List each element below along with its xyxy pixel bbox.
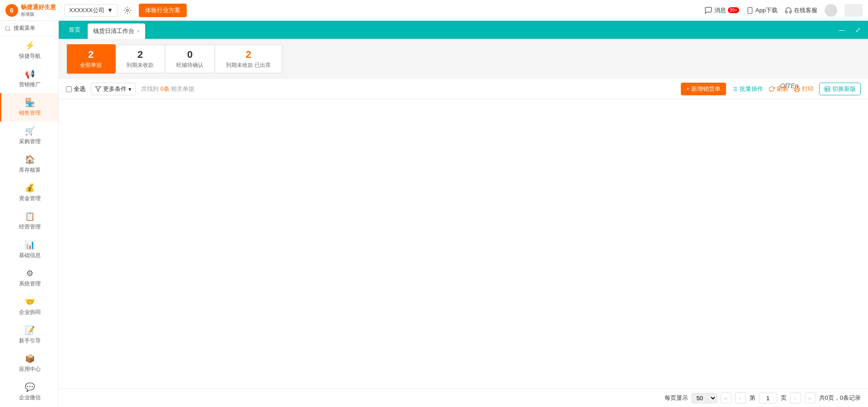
stat-overdue-num: 2 [137,49,143,61]
sidebar-label-finance: 资金管理 [19,195,41,202]
sidebar-label-cooperation: 企业协同 [19,309,41,316]
sidebar-label-basic-info: 基础信息 [19,252,41,259]
sidebar-item-app-center[interactable]: 📦 应用中心 [0,349,58,378]
svg-marker-5 [95,87,101,92]
toolbar-right: + 新增销货单 批量操作 刷新 [681,83,861,95]
avatar[interactable] [825,4,837,17]
sidebar-label-guide: 新手引导 [19,337,41,345]
switch-label: 切换新版 [832,85,856,93]
svg-line-4 [9,29,10,31]
search-menu-label: 搜索菜单 [14,24,35,32]
stat-all[interactable]: 2 全部单据 [66,44,116,74]
sidebar-item-basic-info[interactable]: 📊 基础信息 [0,235,58,264]
tab-expand-button[interactable]: ⤢ [852,23,864,36]
stat-all-label: 全部单据 [80,61,102,69]
tab-close-button[interactable]: × [137,28,140,34]
sidebar-item-operation[interactable]: 📋 经营管理 [0,207,58,235]
next-page-button[interactable]: › [790,393,801,403]
sidebar-item-finance[interactable]: 💰 资金管理 [0,178,58,207]
last-page-button[interactable]: » [805,393,816,403]
stat-overdue-out-label: 到期未收款 已出库 [226,61,271,69]
quick-nav-icon: ⚡ [25,41,35,51]
sidebar-label-purchase: 采购管理 [19,138,41,145]
sidebar-item-cooperation[interactable]: 🤝 企业协同 [0,292,58,321]
tab-bar: 首页 钱货日清工作台 × — ⤢ [59,21,868,39]
filter-label: 更多条件 [103,85,127,93]
first-page-button[interactable]: « [721,393,731,403]
tab-workbench[interactable]: 钱货日清工作台 × [88,23,145,39]
batch-operation-button[interactable]: 批量操作 [731,85,763,93]
message-button[interactable]: 消息 99+ [704,6,739,14]
select-all-label: 全选 [74,85,85,93]
select-all-checkbox[interactable]: 全选 [66,85,85,93]
per-page-label: 每页显示 [665,394,688,402]
sidebar-item-inventory[interactable]: 🏠 库存核算 [0,150,58,178]
operation-icon: 📋 [25,211,35,221]
user-name[interactable] [844,4,863,17]
stat-overdue-label: 到期未收款 [127,61,154,69]
experience-button[interactable]: 体验行业方案 [139,4,187,17]
prev-page-button[interactable]: ‹ [735,393,746,403]
wechat-icon: 💬 [25,382,35,392]
page-number-input[interactable] [759,393,777,403]
app-version: 标准版 [21,11,56,18]
settings-button[interactable] [121,4,134,17]
stat-wangpu[interactable]: 0 旺辅待确认 [165,44,215,74]
cooperation-icon: 🤝 [25,297,35,307]
stat-overdue[interactable]: 2 到期未收款 [116,44,165,74]
often-badge: OfTEn [780,82,798,89]
table-area [59,99,868,388]
svg-point-3 [5,26,9,30]
empty-area [59,99,868,388]
stat-wangpu-label: 旺辅待确认 [176,61,203,69]
online-service-button[interactable]: 在线客服 [785,6,817,14]
pagination: 每页显示 50 100 200 « ‹ 第 页 › » 共0页，0条记录 [59,388,868,407]
sidebar-item-wechat[interactable]: 💬 企业微信 [0,378,58,406]
company-dropdown-icon: ▼ [107,7,113,14]
found-count: 0条 [160,85,170,92]
sidebar-label-operation: 经营管理 [19,223,41,231]
svg-rect-13 [825,87,830,92]
sidebar-label-sales: 销售管理 [19,109,41,117]
sidebar: 搜索菜单 ⚡ 快捷导航 📢 营销推广 🏪 销售管理 🛒 采购管理 🏠 库存核算 … [0,21,59,407]
logo-area: 6 畅捷通好生意 标准版 [5,3,64,18]
sidebar-search[interactable]: 搜索菜单 [0,21,58,36]
print-label: 打印 [802,85,814,93]
stat-overdue-out-num: 2 [246,49,251,61]
stat-wangpu-num: 0 [187,49,193,61]
purchase-icon: 🛒 [25,126,35,136]
select-all-input[interactable] [66,86,72,92]
more-filter-button[interactable]: 更多条件 ▾ [91,83,136,95]
sidebar-item-quick-nav[interactable]: ⚡ 快捷导航 [0,36,58,65]
online-service-label: 在线客服 [794,6,817,14]
app-download-label: App下载 [755,6,778,14]
app-center-icon: 📦 [25,354,35,364]
sidebar-item-marketing[interactable]: 📢 营销推广 [0,65,58,93]
sidebar-item-system[interactable]: ⚙ 系统管理 [0,264,58,292]
sidebar-item-purchase[interactable]: 🛒 采购管理 [0,122,58,150]
app-download-button[interactable]: App下载 [746,6,778,14]
top-right-area: 消息 99+ App下载 在线客服 [704,4,863,17]
tab-minimize-button[interactable]: — [835,23,848,36]
sidebar-item-sales[interactable]: 🏪 销售管理 [0,93,58,122]
page-suffix: 页 [781,394,787,402]
switch-version-button[interactable]: 切换新版 [819,83,861,95]
tab-home[interactable]: 首页 [62,21,87,39]
top-bar: 6 畅捷通好生意 标准版 XXXXXX公司 ▼ 体验行业方案 消息 99+ [0,0,868,21]
stat-overdue-out[interactable]: 2 到期未收款 已出库 [215,44,283,74]
stats-row: 2 全部单据 2 到期未收款 0 旺辅待确认 2 到期未收款 已出库 [59,39,868,79]
message-badge: 99+ [728,7,739,13]
basic-info-icon: 📊 [25,240,35,250]
inventory-icon: 🏠 [25,154,35,164]
sidebar-label-inventory: 库存核算 [19,166,41,174]
per-page-select[interactable]: 50 100 200 [692,393,717,403]
sidebar-label-system: 系统管理 [19,280,41,288]
add-order-button[interactable]: + 新增销货单 [681,83,726,95]
page-label: 第 [750,394,755,402]
logo-icon: 6 [5,4,18,17]
sidebar-label-marketing: 营销推广 [19,81,41,89]
company-selector[interactable]: XXXXXX公司 ▼ [64,4,118,17]
sidebar-item-guide[interactable]: 📝 新手引导 [0,321,58,349]
sidebar-label-app-center: 应用中心 [19,365,41,373]
tab-workbench-label: 钱货日清工作台 [93,27,134,35]
